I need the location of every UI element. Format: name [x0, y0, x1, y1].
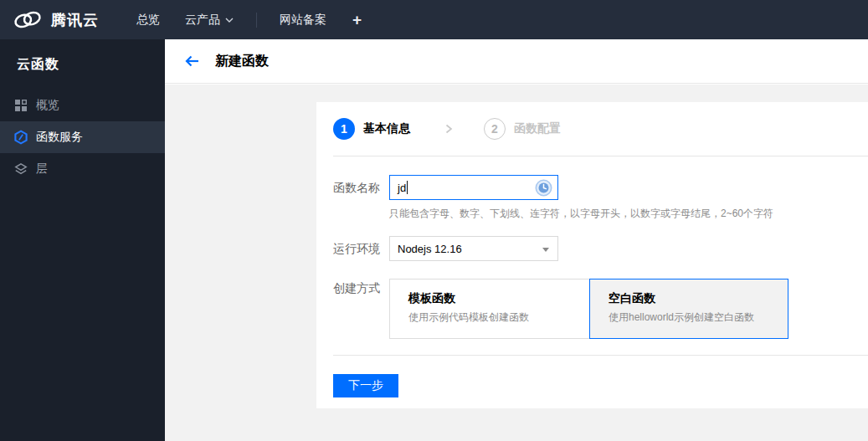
nav-overview-label: 总览 [136, 13, 160, 28]
sidebar-product-title: 云函数 [0, 39, 165, 74]
runtime-row: 运行环境 Nodejs 12.16 [333, 236, 868, 261]
nav-overview[interactable]: 总览 [124, 0, 172, 39]
function-name-value: jd [398, 182, 406, 194]
sidebar-item-function-service-label: 函数服务 [36, 130, 83, 145]
nav-cloud-products[interactable]: 云产品 [172, 0, 246, 39]
content-area: 1 基本信息 2 函数配置 函数名称 jd [165, 85, 868, 441]
step-1-label: 基本信息 [363, 121, 410, 136]
tencent-cloud-logo[interactable]: 腾讯云 [0, 9, 99, 30]
function-name-row: 函数名称 jd [333, 175, 868, 200]
runtime-selected-value: Nodejs 12.16 [398, 243, 462, 255]
top-navigation: 总览 云产品 网站备案 + [124, 0, 375, 39]
step-2-label: 函数配置 [514, 121, 561, 136]
sidebar-item-overview-label: 概览 [36, 98, 59, 113]
method-card-template-function[interactable]: 模板函数 使用示例代码模板创建函数 [389, 279, 590, 339]
cloud-logo-icon [12, 9, 44, 30]
select-caret-icon [542, 248, 549, 252]
nav-cloud-products-label: 云产品 [185, 13, 220, 28]
creation-method-options: 模板函数 使用示例代码模板创建函数 空白函数 使用helloworld示例创建空… [389, 279, 788, 339]
basic-info-form: 函数名称 jd 只能包含字母、数字、下划线、连字符，以字母开头，以数字或字母结尾… [316, 156, 868, 339]
create-function-card: 1 基本信息 2 函数配置 函数名称 jd [316, 102, 868, 408]
nav-add-button[interactable]: + [339, 11, 375, 29]
text-caret [407, 181, 408, 194]
chevron-down-icon [225, 18, 234, 23]
page-title: 新建函数 [215, 53, 269, 70]
sidebar-item-layers[interactable]: 层 [0, 153, 165, 185]
creation-method-label: 创建方式 [333, 279, 389, 339]
method-template-desc: 使用示例代码模板创建函数 [408, 310, 589, 324]
scf-hexagon-icon [13, 130, 28, 145]
sidebar-item-overview[interactable]: 概览 [0, 90, 165, 121]
nav-icp-filing-label: 网站备案 [280, 13, 326, 28]
next-step-button[interactable]: 下一步 [333, 374, 398, 397]
method-blank-desc: 使用helloworld示例创建空白函数 [609, 310, 788, 324]
method-blank-title: 空白函数 [609, 290, 788, 306]
brand-name: 腾讯云 [51, 10, 99, 30]
function-name-input[interactable]: jd [389, 175, 558, 200]
sidebar-item-function-service[interactable]: 函数服务 [0, 121, 165, 153]
nav-icp-filing[interactable]: 网站备案 [267, 0, 339, 39]
step-chevron-icon [444, 123, 454, 135]
function-name-label: 函数名称 [333, 175, 389, 200]
back-arrow-icon[interactable] [183, 54, 200, 68]
card-footer: 下一步 [316, 356, 868, 397]
runtime-label: 运行环境 [333, 236, 389, 261]
sidebar-menu: 概览 函数服务 层 [0, 90, 165, 185]
grid-icon [13, 98, 28, 113]
function-name-hint: 只能包含字母、数字、下划线、连字符，以字母开头，以数字或字母结尾，2~60个字符 [389, 207, 868, 220]
sidebar: 云函数 概览 函数服务 [0, 39, 165, 441]
creation-method-row: 创建方式 模板函数 使用示例代码模板创建函数 空白函数 使用helloworld… [333, 279, 868, 339]
clock-icon[interactable] [535, 179, 552, 200]
topbar: 腾讯云 总览 云产品 网站备案 + [0, 0, 868, 39]
page-header: 新建函数 [165, 39, 868, 84]
layers-icon [13, 162, 28, 177]
step-indicator: 1 基本信息 2 函数配置 [316, 102, 868, 156]
step-2-circle: 2 [484, 118, 506, 140]
sidebar-item-layers-label: 层 [36, 162, 48, 177]
method-card-blank-function[interactable]: 空白函数 使用helloworld示例创建空白函数 [589, 279, 788, 339]
step-1-circle: 1 [333, 118, 355, 140]
method-template-title: 模板函数 [408, 290, 589, 306]
runtime-select[interactable]: Nodejs 12.16 [389, 236, 558, 261]
nav-divider [256, 13, 257, 28]
